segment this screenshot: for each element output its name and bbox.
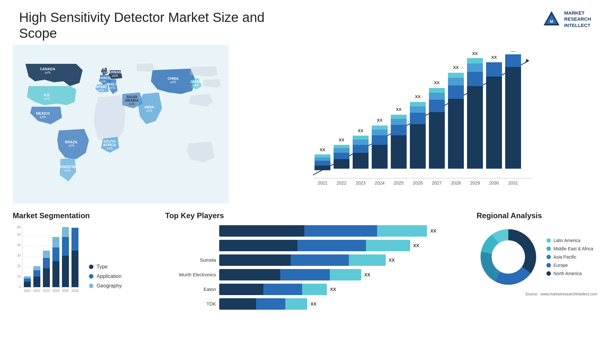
player-name-eaton: Eaton — [165, 286, 216, 292]
svg-text:2025: 2025 — [394, 180, 403, 185]
svg-text:XX: XX — [472, 51, 478, 56]
svg-rect-64 — [410, 124, 426, 169]
svg-text:ARABIA: ARABIA — [125, 98, 139, 102]
header: High Sensitivity Detector Market Size an… — [0, 0, 610, 45]
player-name-sumida: Sumida — [165, 257, 216, 263]
svg-rect-40 — [315, 161, 330, 165]
players-bars: XX XX Sumida — [165, 225, 464, 310]
logo-icon: M — [542, 10, 561, 29]
svg-text:10: 10 — [17, 275, 21, 278]
svg-text:2028: 2028 — [451, 180, 461, 185]
svg-text:xx%: xx% — [64, 169, 71, 172]
legend-asia-pacific: Asia Pacific — [546, 254, 593, 260]
chart-section: XX XX XX XX — [235, 45, 597, 205]
svg-rect-66 — [410, 106, 426, 113]
svg-text:AFRICA: AFRICA — [103, 143, 116, 147]
svg-text:0: 0 — [19, 285, 21, 289]
svg-rect-41 — [315, 158, 330, 161]
players-title: Top Key Players — [165, 211, 464, 220]
svg-text:xx%: xx% — [40, 115, 46, 119]
svg-text:U.S.: U.S. — [44, 93, 50, 97]
svg-rect-80 — [467, 72, 483, 86]
svg-rect-119 — [33, 270, 40, 277]
player-bar-tdk: XX — [219, 298, 464, 310]
segmentation-chart: 0 10 20 30 40 50 60 — [13, 225, 83, 298]
svg-text:20: 20 — [17, 264, 21, 268]
svg-rect-123 — [43, 251, 50, 258]
svg-rect-121 — [43, 268, 50, 287]
svg-rect-127 — [62, 256, 69, 287]
svg-text:2026: 2026 — [413, 180, 423, 185]
svg-rect-67 — [410, 102, 426, 106]
segmentation-title: Market Segmentation — [13, 211, 152, 220]
svg-rect-129 — [62, 227, 69, 237]
svg-rect-70 — [429, 100, 445, 112]
svg-text:ITALY: ITALY — [108, 82, 118, 86]
svg-text:xx%: xx% — [107, 147, 113, 150]
svg-text:U.K.: U.K. — [100, 67, 107, 71]
player-bar-eaton: XX — [219, 284, 464, 295]
legend-middle-east: Middle East & Africa — [546, 246, 593, 251]
svg-rect-52 — [353, 136, 369, 139]
svg-text:xx%: xx% — [98, 89, 104, 92]
legend-geography: Geography — [89, 283, 122, 289]
player-row: Eaton XX — [165, 284, 464, 295]
svg-text:ARGENTINA: ARGENTINA — [57, 165, 78, 169]
svg-text:XX: XX — [434, 80, 440, 85]
svg-rect-85 — [486, 62, 502, 77]
legend-application: Application — [89, 273, 122, 279]
svg-text:xx%: xx% — [100, 80, 106, 83]
svg-rect-65 — [410, 113, 426, 124]
regional-section: Regional Analysis — [477, 211, 597, 296]
svg-text:2022: 2022 — [33, 289, 41, 293]
dot-europe — [546, 263, 551, 267]
svg-text:2021: 2021 — [317, 180, 327, 185]
svg-text:50: 50 — [17, 233, 21, 236]
svg-rect-87 — [505, 67, 521, 169]
svg-text:2027: 2027 — [432, 180, 442, 185]
player-row: XX — [165, 225, 464, 237]
player-row: TDK XX — [165, 298, 464, 310]
svg-rect-75 — [448, 85, 464, 99]
svg-text:BRAZIL: BRAZIL — [65, 140, 78, 144]
svg-text:XX: XX — [491, 55, 497, 60]
svg-rect-120 — [33, 266, 40, 270]
svg-rect-77 — [448, 73, 464, 78]
svg-text:JAPAN: JAPAN — [190, 80, 202, 84]
svg-rect-71 — [429, 93, 445, 100]
svg-rect-39 — [315, 165, 330, 170]
svg-text:2022: 2022 — [336, 180, 346, 185]
svg-text:xx%: xx% — [44, 97, 50, 100]
svg-text:CHINA: CHINA — [168, 77, 179, 80]
legend-type: Type — [89, 264, 122, 270]
player-bar-1: XX — [219, 225, 464, 237]
svg-rect-118 — [33, 277, 40, 287]
svg-rect-126 — [52, 237, 59, 247]
svg-text:XX: XX — [320, 147, 325, 152]
svg-text:XX: XX — [396, 107, 402, 112]
dot-middle-east — [546, 246, 551, 251]
svg-text:2021: 2021 — [24, 289, 31, 293]
svg-rect-47 — [334, 145, 349, 148]
svg-rect-88 — [505, 54, 521, 67]
svg-rect-69 — [429, 112, 445, 169]
svg-text:xx%: xx% — [110, 86, 116, 90]
source-text: Source : www.marketresearchintellect.com — [477, 292, 597, 296]
svg-text:30: 30 — [17, 254, 21, 257]
svg-text:XX: XX — [339, 138, 344, 142]
svg-point-144 — [492, 240, 525, 273]
seg-legend: Type Application Geography — [89, 264, 122, 298]
svg-text:XX: XX — [510, 51, 516, 53]
svg-rect-61 — [391, 119, 407, 125]
svg-text:xx%: xx% — [100, 71, 106, 74]
legend-dot-application — [89, 274, 93, 279]
svg-text:xx%: xx% — [69, 144, 75, 147]
growth-bar-chart: XX XX XX XX — [241, 51, 591, 204]
svg-rect-128 — [62, 237, 69, 256]
svg-text:2030: 2030 — [489, 180, 499, 185]
donut-container: Latin America Middle East & Africa Asia … — [477, 225, 597, 289]
svg-text:xx%: xx% — [45, 71, 51, 74]
svg-text:40: 40 — [17, 243, 21, 247]
svg-rect-79 — [467, 86, 483, 169]
svg-text:xx%: xx% — [129, 102, 135, 106]
